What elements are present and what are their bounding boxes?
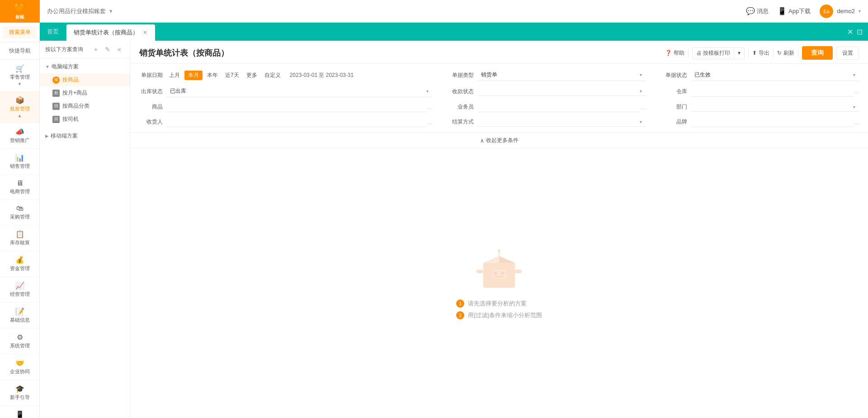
tip1-number: 1 [456, 299, 464, 308]
tab-sales-stat[interactable]: 销货单统计表（按商品） ✕ [66, 24, 155, 41]
filter-row-1: 单据日期 上月 本月 本年 近7天 更多 自定义 2023-03-01 至 20… [139, 69, 859, 81]
empty-tips: 1 请先选择要分析的方案 2 用[过滤]条件来缩小分析范围 [456, 299, 542, 319]
collapse-row: ∧ 收起更多条件 [130, 133, 868, 148]
logo-text: 标账 [15, 14, 24, 20]
sidebar-item-sales-mgmt[interactable]: 📊 销售管理 [0, 149, 39, 175]
brand-ellipsis[interactable]: … [854, 119, 859, 125]
filter-doc-type: 单据类型 销货单 ▾ [450, 69, 646, 81]
svg-rect-10 [515, 270, 522, 273]
sidebar-item-ecommerce[interactable]: 🖥 电商管理 [0, 175, 39, 200]
salesperson-ellipsis[interactable]: … [640, 104, 646, 110]
mobile-section-label: 移动端方案 [51, 132, 78, 140]
tab-home-label: 首页 [47, 28, 59, 36]
wholesale-icon: 📦 [15, 96, 24, 104]
svg-rect-9 [476, 270, 483, 273]
sidebar-item-system[interactable]: ⚙ 系统管理 [0, 328, 39, 354]
sidebar-item-retail[interactable]: 🛒 零售管理 ▼ [0, 60, 39, 91]
tip2-text: 用[过滤]条件来缩小分析范围 [468, 311, 542, 319]
scheme-collapse-button[interactable]: « [114, 44, 124, 54]
scheme-section-desktop-toggle[interactable]: ▼ 电脑端方案 [40, 60, 130, 73]
avatar-letter: Ea [824, 9, 830, 14]
scheme-item-by-product[interactable]: 按 按商品 [40, 73, 130, 86]
department-select[interactable]: ▾ [691, 103, 859, 112]
divider3 [773, 48, 774, 57]
receiver-input[interactable] [166, 117, 427, 127]
industry-dropdown-icon[interactable]: ▾ [109, 8, 113, 14]
sidebar-item-newbie[interactable]: 🎓 新手引导 [0, 380, 39, 406]
message-button[interactable]: 💬 消息 [746, 7, 769, 15]
date-7days-btn[interactable]: 近7天 [222, 71, 242, 80]
tab-minimize-button[interactable]: ✕ [847, 28, 853, 36]
date-current-month-btn[interactable]: 本月 [184, 71, 203, 80]
user-name: demo2 [837, 8, 855, 14]
filter-payment: 结算方式 ▾ [450, 118, 646, 127]
date-custom-btn[interactable]: 自定义 [262, 71, 283, 80]
scheme-edit-button[interactable]: ✎ [103, 44, 113, 54]
product-input[interactable] [166, 102, 427, 112]
scheme-panel: 按以下方案查询 + ✎ « ▼ 电脑端方案 按 按商品 标 [40, 41, 130, 418]
department-label: 部门 [664, 103, 687, 111]
sidebar-item-enterprise[interactable]: 🤝 企业协同 [0, 354, 39, 380]
print-dropdown-button[interactable]: ▾ [734, 48, 744, 58]
receiver-ellipsis[interactable]: … [427, 119, 432, 125]
quick-nav-button[interactable]: 快捷导航 [0, 44, 40, 57]
app-download-button[interactable]: 📱 App下载 [778, 7, 811, 15]
doc-type-select[interactable]: 销货单 ▾ [477, 69, 646, 81]
search-menu-button[interactable]: 搜索菜单 [3, 26, 37, 38]
filter-salesperson: 业务员 … [450, 102, 646, 112]
export-button[interactable]: ⬆ 导出 [752, 49, 769, 57]
user-profile-button[interactable]: Ea demo2 ▾ [820, 5, 861, 18]
scheme-add-button[interactable]: + [91, 44, 101, 54]
tab-close-icon[interactable]: ✕ [143, 29, 147, 36]
svg-point-8 [498, 249, 500, 252]
sidebar-item-marketing[interactable]: 📣 营销推广 [0, 123, 39, 149]
receipt-status-select[interactable]: ▾ [477, 87, 646, 96]
product-ellipsis[interactable]: … [427, 104, 432, 110]
tab-home[interactable]: 首页 [40, 23, 66, 41]
warehouse-ellipsis[interactable]: … [854, 88, 859, 95]
doc-status-select[interactable]: 已生效 ▾ [691, 69, 859, 81]
tip1-text: 请先选择要分析的方案 [468, 299, 527, 308]
collapse-conditions-button[interactable]: ∧ 收起更多条件 [480, 137, 519, 144]
print-button[interactable]: 🖨 按模板打印 [693, 48, 734, 59]
svg-marker-1 [483, 256, 499, 263]
tab-restore-button[interactable]: ⊡ [857, 28, 863, 36]
message-label: 消息 [757, 7, 769, 15]
help-button[interactable]: ❓ 帮助 [665, 49, 684, 57]
date-prev-month-btn[interactable]: 上月 [166, 71, 183, 80]
product-label: 商品 [139, 103, 163, 111]
date-current-year-btn[interactable]: 本年 [204, 71, 221, 80]
purchase-icon: 🛍 [16, 204, 24, 213]
warehouse-input[interactable] [691, 86, 854, 97]
page-title-right-group: ❓ 帮助 🖨 按模板打印 ▾ [665, 46, 859, 60]
scheme-section-mobile-toggle[interactable]: ▶ 移动端方案 [40, 129, 130, 142]
payment-select[interactable]: ▾ [477, 118, 646, 127]
salesperson-input[interactable] [477, 102, 640, 112]
date-more-btn[interactable]: 更多 [244, 71, 260, 80]
filter-department: 部门 ▾ [664, 103, 859, 112]
main-area: 办公用品行业模拟账套 ▾ 💬 消息 📱 App下载 Ea demo2 ▾ 首 [40, 0, 868, 418]
sidebar-item-app-center[interactable]: 📱 应用中心 [0, 406, 39, 418]
print-dropdown-icon: ▾ [738, 50, 741, 56]
sidebar-item-basic-info[interactable]: 📝 基础信息 [0, 303, 39, 328]
marketing-icon: 📣 [15, 128, 24, 136]
brand-input[interactable] [691, 117, 854, 127]
sidebar-item-inventory[interactable]: 📋 库存核算 [0, 225, 39, 251]
sidebar-item-purchase[interactable]: 🛍 采购管理 [0, 200, 39, 225]
sidebar-item-operation[interactable]: 📈 经营管理 [0, 277, 39, 303]
settings-button[interactable]: 设置 [836, 47, 859, 60]
date-filter: 上月 本月 本年 近7天 更多 自定义 2023-03-01 至 2023-03… [166, 71, 432, 80]
scheme-item-by-supplier[interactable]: 回 按司机 [40, 113, 130, 126]
query-button[interactable]: 查询 [802, 46, 833, 60]
sidebar-item-finance[interactable]: 💰 资金管理 [0, 251, 39, 277]
collapse-label: 收起更多条件 [486, 137, 519, 144]
scheme-header-label: 按以下方案查询 [45, 46, 83, 53]
scheme-header-actions: + ✎ « [91, 44, 124, 54]
scheme-item-by-product-cat[interactable]: 回 按商品分类 [40, 100, 130, 113]
out-status-select[interactable]: 已出库 ▾ [166, 86, 432, 97]
receipt-status-arrow-icon: ▾ [640, 89, 642, 94]
sidebar-item-wholesale[interactable]: 📦 批发管理 ▲ [0, 91, 39, 123]
app-download-label: App下载 [788, 7, 811, 15]
refresh-button[interactable]: ↻ 刷新 [777, 49, 794, 57]
scheme-item-by-month-product[interactable]: 标 按月+商品 [40, 86, 130, 100]
